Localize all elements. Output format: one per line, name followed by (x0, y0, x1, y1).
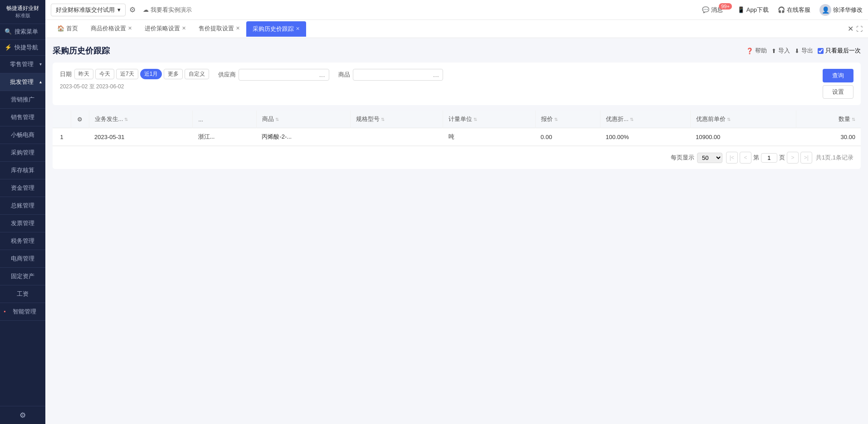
col-unit[interactable]: 计量单位 ⇅ (443, 111, 536, 128)
sidebar-bottom-gear[interactable]: ⚙ (0, 406, 45, 424)
sidebar-item-ecommerce[interactable]: 电商管理 (0, 250, 45, 268)
query-button[interactable]: 查询 (823, 69, 853, 82)
sort-icon: ⇅ (381, 117, 385, 122)
user-menu-btn[interactable]: 👤 徐泽华修改 (819, 4, 863, 16)
product-input[interactable] (357, 72, 433, 78)
page-last-btn[interactable]: >| (800, 152, 812, 164)
message-count-badge: 99+ (719, 3, 732, 10)
sort-icon: ⇅ (124, 117, 128, 122)
sidebar-item-inventory[interactable]: 库存核算 (0, 162, 45, 179)
page-next-btn[interactable]: > (787, 152, 799, 164)
sidebar-logo: 畅捷通好业财 标准版 (0, 0, 45, 24)
chevron-down-icon: ▾ (39, 62, 42, 67)
tab-purchase-history-label: 采购历史价跟踪 (253, 25, 294, 33)
supplier-dots[interactable]: ... (319, 71, 325, 79)
product-label: 商品 (338, 71, 350, 79)
sort-icon: ⇅ (473, 117, 477, 122)
version-label: 好业财标准版交付试用 (56, 6, 115, 14)
date-btn-yesterday[interactable]: 昨天 (74, 69, 93, 79)
col-unit-price[interactable]: 优惠前单价 ⇅ (690, 111, 796, 128)
col-unit-label: 计量单位 (449, 115, 472, 123)
online-service-btn[interactable]: 🎧 在线客服 (778, 6, 810, 14)
col-product[interactable]: 商品 ⇅ (256, 111, 351, 128)
col-date[interactable]: 业务发生... ⇅ (89, 111, 193, 128)
cell-date: 2023-05-31 (89, 128, 193, 146)
sidebar-item-retail[interactable]: 零售管理 ▾ (0, 56, 45, 73)
app-download-btn[interactable]: 📱 App下载 (737, 6, 769, 14)
date-btn-1month[interactable]: 近1月 (140, 69, 162, 79)
tab-purchase-price-strategy[interactable]: 进价策略设置 ✕ (138, 21, 192, 37)
tab-product-price[interactable]: 商品价格设置 ✕ (84, 21, 138, 37)
sidebar-item-quick-nav[interactable]: ⚡ 快捷导航 (0, 40, 45, 56)
help-btn[interactable]: ❓ 帮助 (746, 47, 767, 55)
page-size-select[interactable]: 50 100 200 (697, 153, 722, 163)
message-btn[interactable]: 💬 消息 99+ (702, 6, 728, 14)
table-row: 1 2023-05-31 浙江... 丙烯酸-2-... 吨 0.00 100.… (53, 128, 861, 146)
tabs-bar: 🏠 首页 商品价格设置 ✕ 进价策略设置 ✕ 售价提取设置 ✕ 采购历史价跟踪 … (45, 20, 868, 38)
sidebar-item-ledger[interactable]: 总账管理 (0, 197, 45, 215)
chevron-up-icon: ▴ (39, 79, 42, 84)
sidebar-item-fixed-assets[interactable]: 固定资产 (0, 268, 45, 285)
sidebar-item-finance[interactable]: 资金管理 (0, 179, 45, 197)
tab-close-icon[interactable]: ✕ (128, 25, 132, 31)
only-last-checkbox[interactable] (818, 48, 824, 54)
tab-home[interactable]: 🏠 首页 (51, 21, 84, 37)
col-quote[interactable]: 报价 ⇅ (535, 111, 600, 128)
col-discount[interactable]: 优惠折... ⇅ (600, 111, 690, 128)
col-spec-label: 规格型号 (356, 115, 380, 123)
settings-icon[interactable]: ⚙ (129, 5, 136, 14)
tab-purchase-history[interactable]: 采购历史价跟踪 ✕ (246, 21, 306, 37)
sidebar-item-ecommerce-small[interactable]: 小畅电商 (0, 126, 45, 144)
version-selector[interactable]: 好业财标准版交付试用 ▾ (51, 4, 126, 16)
sidebar-item-purchase[interactable]: 采购管理 (0, 144, 45, 162)
date-btn-7days[interactable]: 近7天 (116, 69, 138, 79)
col-dots[interactable]: ... (193, 111, 257, 128)
cell-quote: 0.00 (535, 128, 600, 146)
demo-link[interactable]: ☁ 我要看实例演示 (143, 6, 192, 14)
tab-selling-price[interactable]: 售价提取设置 ✕ (192, 21, 246, 37)
tab-close-icon[interactable]: ✕ (182, 25, 186, 31)
table-area: ⚙ 业务发生... ⇅ ... (53, 111, 861, 169)
sidebar-item-sales[interactable]: 销售管理 (0, 109, 45, 126)
filter-settings-button[interactable]: 设置 (823, 85, 853, 99)
col-seq (53, 111, 71, 128)
import-icon: ⬆ (771, 48, 776, 54)
tab-close-icon[interactable]: ✕ (296, 26, 300, 32)
sidebar-item-ai[interactable]: ● 智能管理 (0, 303, 45, 321)
logo-text: 畅捷通好业财 (6, 5, 39, 12)
mobile-icon: 📱 (737, 6, 745, 13)
tab-home-label: 首页 (66, 24, 78, 33)
import-btn[interactable]: ⬆ 导入 (771, 47, 790, 55)
message-icon: 💬 (702, 6, 709, 13)
tabs-close-btn[interactable]: ✕ (848, 24, 853, 33)
tab-close-icon[interactable]: ✕ (236, 25, 240, 31)
product-dots[interactable]: ... (433, 71, 439, 79)
sidebar-item-wholesale[interactable]: 批发管理 ▴ (0, 73, 45, 91)
col-gear[interactable]: ⚙ (71, 111, 89, 128)
page-number-input[interactable] (761, 153, 777, 163)
headset-icon: 🎧 (778, 6, 785, 13)
supplier-input[interactable] (243, 72, 319, 78)
topbar: 好业财标准版交付试用 ▾ ⚙ ☁ 我要看实例演示 💬 消息 99+ 📱 App下… (45, 0, 868, 20)
page-first-btn[interactable]: |< (726, 152, 738, 164)
date-btn-today[interactable]: 今天 (95, 69, 114, 79)
col-quantity[interactable]: 数量 ⇅ (796, 111, 861, 128)
sidebar-item-marketing[interactable]: 营销推广 (0, 91, 45, 109)
sidebar-item-invoice[interactable]: 发票管理 (0, 215, 45, 232)
search-icon: 🔍 (5, 28, 12, 35)
sidebar-item-tax[interactable]: 税务管理 (0, 232, 45, 250)
tabs-expand-btn[interactable]: ⛶ (856, 25, 863, 33)
sidebar-item-search[interactable]: 🔍 搜索菜单 (0, 24, 45, 40)
date-btn-more[interactable]: 更多 (164, 69, 183, 79)
cell-quantity: 30.00 (796, 128, 861, 146)
date-range-display: 2023-05-02 至 2023-06-02 (60, 83, 209, 91)
dropdown-icon: ▾ (117, 6, 121, 13)
col-spec[interactable]: 规格型号 ⇅ (351, 111, 443, 128)
sidebar-item-payroll[interactable]: 工资 (0, 285, 45, 303)
export-btn[interactable]: ⬇ 导出 (795, 47, 813, 55)
date-filter: 日期 昨天 今天 近7天 近1月 更多 自定义 (60, 69, 209, 79)
page-prev-btn[interactable]: < (740, 152, 751, 164)
page-actions: ❓ 帮助 ⬆ 导入 ⬇ 导出 只看最后一次 (746, 47, 861, 55)
date-btn-custom[interactable]: 自定义 (185, 69, 209, 79)
only-last-label[interactable]: 只看最后一次 (825, 47, 861, 55)
